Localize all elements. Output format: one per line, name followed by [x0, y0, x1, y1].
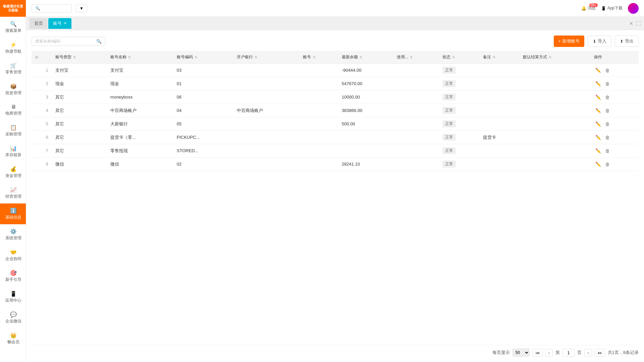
row-open-bank [233, 158, 300, 171]
import-button[interactable]: ⬇ 导入 [588, 36, 611, 47]
row-status: 正常 [439, 64, 480, 77]
sidebar-item-capital-mgmt[interactable]: 💰资金管理 [0, 162, 26, 183]
import-icon: ⬇ [593, 39, 596, 44]
row-remark [480, 144, 520, 158]
table-header-row: ⚙ 账号类型 ⇅ 账号名称 ⇅ 账号编码 ⇅ 开户银行 ⇅ 账号 ⇅ 最新余额 … [32, 51, 639, 64]
row-remark: 提货卡 [480, 131, 520, 144]
row-open-bank [233, 64, 300, 77]
col-settings[interactable]: ⚙ [32, 51, 42, 64]
last-page-button[interactable]: ⏭ [595, 349, 605, 357]
row-actions: ✏️ 🗑 [591, 77, 639, 90]
edit-button[interactable]: ✏️ [594, 107, 602, 114]
quick-nav-icon: ⚡ [3, 42, 24, 48]
delete-button[interactable]: 🗑 [604, 147, 611, 154]
row-latest-balance [338, 131, 393, 144]
col-open-bank[interactable]: 开户银行 ⇅ [233, 51, 300, 64]
sidebar-item-retail-mgmt[interactable]: 🛒零售管理 [0, 58, 26, 79]
col-remark[interactable]: 备注 ⇅ [480, 51, 520, 64]
page-suffix: 页 [577, 350, 582, 356]
sidebar-item-purchase-mgmt[interactable]: 📋采购管理 [0, 120, 26, 141]
app-download-button[interactable]: 📱 App下载 [601, 5, 623, 11]
sidebar-item-enterprise-wechat[interactable]: 💬企业微信 [0, 307, 26, 328]
row-open-bank: 中百商场账户 [233, 104, 300, 117]
edit-button[interactable]: ✏️ [594, 94, 602, 101]
search-input-wrapper[interactable]: 🔍 [32, 37, 105, 46]
search-input[interactable] [35, 39, 94, 44]
row-num: 2 [42, 77, 52, 90]
row-actions: ✏️ 🗑 [591, 158, 639, 171]
notification-button[interactable]: 🔔 消息 99+ [581, 5, 596, 11]
sidebar-item-quick-nav[interactable]: ⚡快捷导航 [0, 38, 26, 58]
purchase-mgmt-icon: 📋 [3, 124, 24, 131]
col-account-no[interactable]: 账号 ⇅ [300, 51, 338, 64]
col-account-code[interactable]: 账号编码 ⇅ [173, 51, 233, 64]
vip-member-icon: 👑 [3, 332, 24, 339]
delete-button[interactable]: 🗑 [604, 67, 611, 74]
search-submit-icon[interactable]: 🔍 [96, 39, 102, 44]
sidebar-item-ops-mgmt[interactable]: 📈经营管理 [0, 183, 26, 203]
delete-button[interactable]: 🗑 [604, 161, 611, 168]
maximize-tab-icon[interactable]: ⛶ [636, 21, 641, 26]
col-default-settlement[interactable]: 默认结算方式 ⇅ [520, 51, 591, 64]
notification-badge: 99+ [589, 3, 598, 7]
tab-close-icon[interactable]: ✕ [64, 21, 67, 25]
row-account-code: STORED... [173, 144, 233, 158]
delete-button[interactable]: 🗑 [604, 107, 611, 114]
delete-button[interactable]: 🗑 [604, 121, 611, 127]
edit-button[interactable]: ✏️ [594, 134, 602, 141]
add-account-button[interactable]: + 新增账号 [554, 36, 584, 47]
top-dropdown[interactable]: ▼ [76, 4, 87, 12]
row-actions: ✏️ 🗑 [591, 90, 639, 104]
accounts-table: ⚙ 账号类型 ⇅ 账号名称 ⇅ 账号编码 ⇅ 开户银行 ⇅ 账号 ⇅ 最新余额 … [32, 51, 639, 171]
sidebar-item-enterprise-agreement[interactable]: 🤝企业协同 [0, 245, 26, 266]
page-size-select[interactable]: 50 20 100 [513, 349, 530, 357]
col-account-name[interactable]: 账号名称 ⇅ [107, 51, 173, 64]
app-logo: 畅捷通好生意乐惠版 [0, 0, 26, 17]
edit-button[interactable]: ✏️ [594, 80, 602, 87]
first-page-button[interactable]: ⏮ [532, 349, 543, 357]
row-settings-cell [32, 90, 42, 104]
top-search-box[interactable]: 🔍 [32, 4, 72, 12]
row-account-no [300, 104, 338, 117]
col-status[interactable]: 状态 ⇅ [439, 51, 480, 64]
tab-home[interactable]: 首页 [30, 18, 48, 29]
col-actions: 操作 [591, 51, 639, 64]
edit-button[interactable]: ✏️ [594, 161, 602, 168]
user-avatar[interactable] [628, 3, 639, 14]
delete-button[interactable]: 🗑 [604, 94, 611, 101]
sidebar-item-new-guide[interactable]: 🎯新手引导 [0, 266, 26, 287]
sidebar-item-label: 零售管理 [5, 70, 21, 74]
row-account-name: 零售抵现 [107, 144, 173, 158]
col-account-type[interactable]: 账号类型 ⇅ [52, 51, 107, 64]
page-input[interactable] [562, 349, 575, 357]
col-num [42, 51, 52, 64]
delete-button[interactable]: 🗑 [604, 80, 611, 87]
sidebar-item-ecommerce-mgmt[interactable]: 🖥电商管理 [0, 100, 26, 120]
export-button[interactable]: ⬆ 导出 [615, 36, 639, 47]
sidebar-item-app-center[interactable]: 📱应用中心 [0, 287, 26, 307]
edit-button[interactable]: ✏️ [594, 121, 602, 127]
tab-account[interactable]: 账号✕ [48, 18, 71, 29]
total-records-label: 共1页，8条记录 [608, 350, 639, 356]
edit-button[interactable]: ✏️ [594, 147, 602, 154]
row-usage [393, 144, 439, 158]
sidebar-item-inventory[interactable]: 📊库存核算 [0, 141, 26, 162]
row-latest-balance: -90444.00 [338, 64, 393, 77]
sidebar-item-basic-info[interactable]: ℹ️基础信息 [0, 203, 26, 224]
delete-button[interactable]: 🗑 [604, 134, 611, 141]
next-page-button[interactable]: › [584, 349, 592, 357]
prev-page-button[interactable]: ‹ [545, 349, 553, 357]
tab-controls: ✕ ⛶ [629, 21, 641, 26]
sidebar-item-sys-mgmt[interactable]: ⚙️系统管理 [0, 224, 26, 245]
col-latest-balance[interactable]: 最新余额 ⇅ [338, 51, 393, 64]
new-guide-icon: 🎯 [3, 270, 24, 276]
col-usage[interactable]: 使用... ⇅ [393, 51, 439, 64]
sidebar-item-vip-member[interactable]: 👑畅会员 [0, 328, 26, 349]
sidebar-item-search-menu[interactable]: 🔍搜索菜单 [0, 17, 26, 38]
sidebar-item-wholesale-mgmt[interactable]: 📦批发管理 [0, 79, 26, 100]
row-status: 正常 [439, 131, 480, 144]
edit-button[interactable]: ✏️ [594, 67, 602, 74]
row-latest-balance [338, 144, 393, 158]
close-tab-icon[interactable]: ✕ [629, 21, 633, 26]
row-latest-balance: 500.00 [338, 117, 393, 131]
